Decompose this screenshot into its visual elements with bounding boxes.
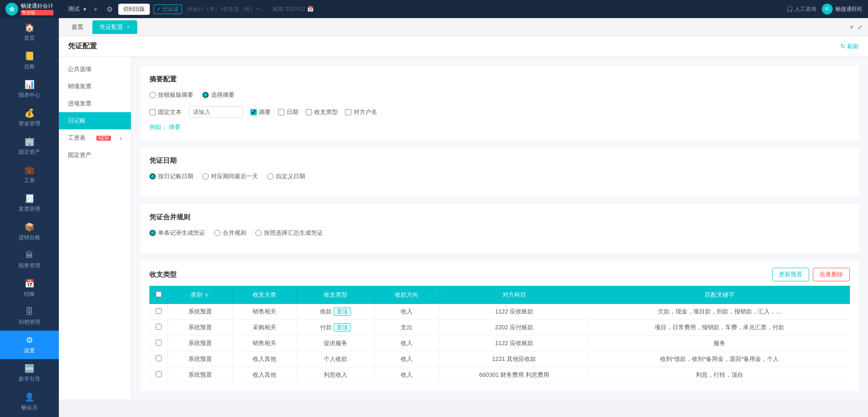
checkbox-summary-label[interactable]: 摘要: [250, 108, 271, 116]
service-button[interactable]: 🎧 人工咨询: [786, 5, 816, 13]
add-button[interactable]: ＋: [90, 4, 101, 15]
user-info[interactable]: 旺 畅捷通旺旺: [822, 4, 863, 14]
row-account: 1122 应收账款: [439, 336, 589, 351]
merge-rules-radio-group: 单条记录生成凭证 合并规则 按照选择汇总生成凭证: [149, 229, 850, 237]
radio-select-label[interactable]: 选择摘要: [202, 91, 235, 99]
table-actions: 更新预置 批量删除: [772, 268, 850, 281]
settings-gear-icon[interactable]: ⚙: [105, 4, 115, 14]
sidebar-item-member[interactable]: 👤 畅会员: [0, 388, 59, 416]
row-direction: 收入: [374, 304, 439, 320]
radio-summary-label[interactable]: 按照选择汇总生成凭证: [255, 229, 323, 237]
voucher-date-radio-group: 按日记账日期 对应期间最后一天 自定义日期: [149, 172, 850, 180]
checkbox-fixed[interactable]: [149, 109, 156, 115]
sidebar-item-purchase[interactable]: 📦 进销台账: [0, 218, 59, 246]
sidebar-item-guide[interactable]: 🆕 新手引导: [0, 359, 59, 388]
row-checkbox[interactable]: [156, 355, 162, 361]
checkbox-counterparty-label[interactable]: 对方户名: [345, 108, 377, 116]
sidebar-item-assets[interactable]: 🏢 固定资产: [0, 132, 59, 161]
radio-custom-date-label[interactable]: 自定义日期: [267, 172, 305, 180]
summary-config-section: 摘要配置 按模板版摘要 选择摘要: [140, 66, 859, 140]
left-nav-sales-invoice[interactable]: 销项发票: [59, 78, 131, 95]
status-tags: ✓ 已认证 好会计（专）+好生意（标）+… 账期 2023-02 📅: [153, 5, 317, 14]
row-direction: 收入: [374, 367, 439, 383]
left-nav-purchase-invoice[interactable]: 进项发票: [59, 95, 131, 112]
row-category: 系统预置: [168, 320, 233, 336]
sidebar-item-salary[interactable]: 💼 工资: [0, 161, 59, 189]
table-header-row: 收支类型 更新预置 批量删除: [149, 268, 850, 281]
radio-merge[interactable]: [214, 230, 221, 236]
radio-merge-label[interactable]: 合并规则: [214, 229, 246, 237]
window-close-button[interactable]: ×: [850, 24, 854, 31]
sidebar-item-reports[interactable]: 📊 报表中心: [0, 75, 59, 104]
row-checkbox[interactable]: [156, 308, 162, 314]
sidebar: 🏠 首页 📒 总账 📊 报表中心 💰 资金管理 🏢 固定资产 💼 工资 🧾 发票…: [0, 18, 59, 417]
user-name: 畅捷通旺旺: [835, 5, 863, 13]
checkbox-type[interactable]: [306, 109, 312, 115]
sidebar-label-archive: 归档管理: [19, 318, 40, 326]
sidebar-label-settings: 设置: [24, 347, 35, 355]
update-preset-button[interactable]: 更新预置: [772, 268, 809, 281]
checkbox-date[interactable]: [278, 109, 284, 115]
radio-summary[interactable]: [255, 230, 262, 236]
pin-tag[interactable]: 置顶: [334, 308, 351, 316]
checkbox-counterparty[interactable]: [345, 109, 351, 115]
sidebar-item-tax[interactable]: 🏛 税务管理: [0, 246, 59, 274]
left-nav-payroll[interactable]: 工资表 NEW ›: [59, 129, 131, 147]
row-major: 销售相关: [232, 304, 297, 320]
row-checkbox[interactable]: [156, 340, 162, 346]
select-all-checkbox[interactable]: [156, 291, 162, 297]
sidebar-label-assets: 固定资产: [19, 148, 40, 156]
tab-voucher-config[interactable]: 凭证配置 ×: [92, 20, 137, 34]
radio-last-day-label[interactable]: 对应期间最后一天: [202, 172, 258, 180]
sidebar-label-close: 结账: [24, 290, 35, 298]
sidebar-label-member: 畅会员: [21, 404, 38, 412]
example-text: 例如： 摘要: [149, 123, 850, 131]
refresh-button[interactable]: ↻ 刷新: [840, 43, 859, 51]
row-checkbox-cell: [150, 320, 168, 336]
radio-journal-date-label[interactable]: 按日记账日期: [149, 172, 193, 180]
row-account: 660301 财务费用 利息费用: [439, 367, 589, 383]
sidebar-item-funds[interactable]: 💰 资金管理: [0, 104, 59, 132]
radio-template-label[interactable]: 按模板版摘要: [149, 91, 193, 99]
row-type: 提供服务: [297, 336, 374, 351]
radio-template[interactable]: [149, 92, 156, 98]
row-checkbox[interactable]: [156, 324, 162, 330]
tab-close-icon[interactable]: ×: [127, 24, 130, 30]
checkbox-type-label[interactable]: 收支类型: [306, 108, 338, 116]
tab-home[interactable]: 首页: [64, 20, 91, 34]
dropdown-arrow-icon[interactable]: ▾: [83, 6, 86, 13]
radio-single-label[interactable]: 单条记录生成凭证: [149, 229, 205, 237]
pin-tag[interactable]: 置顶: [334, 323, 351, 332]
radio-journal-date[interactable]: [149, 173, 156, 180]
left-nav-public[interactable]: 公共选项: [59, 61, 131, 78]
batch-delete-button[interactable]: 批量删除: [813, 268, 850, 281]
radio-custom-date[interactable]: [267, 173, 273, 180]
radio-last-day[interactable]: [202, 173, 209, 180]
row-category: 系统预置: [168, 304, 233, 320]
radio-single[interactable]: [149, 230, 156, 236]
calendar-icon[interactable]: 📅: [307, 6, 314, 12]
checkbox-summary[interactable]: [250, 109, 257, 115]
checkbox-fixed-label[interactable]: 固定文本: [149, 108, 182, 116]
switch-old-version-button[interactable]: 切到旧版: [118, 4, 150, 15]
row-checkbox-cell: [150, 304, 168, 320]
sidebar-item-ledger[interactable]: 📒 总账: [0, 47, 59, 75]
fixed-text-input[interactable]: [189, 106, 243, 118]
sidebar-item-settings[interactable]: ⚙ 设置: [0, 331, 59, 359]
row-keywords: 服务: [590, 336, 850, 351]
checkbox-date-label[interactable]: 日期: [278, 108, 298, 116]
table-row: 系统预置 收入其他 利息收入 收入 660301 财务费用 利息费用 利息，行转…: [150, 367, 850, 383]
radio-select[interactable]: [202, 92, 209, 98]
row-checkbox[interactable]: [156, 371, 162, 377]
sidebar-item-home[interactable]: 🏠 首页: [0, 18, 59, 47]
left-nav-journal[interactable]: 日记账: [59, 112, 131, 129]
left-nav-fixed-assets[interactable]: 固定资产: [59, 147, 131, 164]
sidebar-item-close[interactable]: 📅 结账: [0, 274, 59, 303]
page-header: 凭证配置 ↻ 刷新: [59, 36, 868, 57]
header-category[interactable]: 类别 ∨: [168, 286, 233, 304]
sidebar-item-archive[interactable]: 🗄 归档管理: [0, 303, 59, 331]
sidebar-label-salary: 工资: [24, 177, 35, 185]
window-maximize-button[interactable]: ⤢: [857, 24, 863, 31]
page-container: 凭证配置 ↻ 刷新 公共选项 销项发票 进项发票: [59, 36, 868, 417]
sidebar-item-invoice[interactable]: 🧾 发票管理: [0, 189, 59, 218]
